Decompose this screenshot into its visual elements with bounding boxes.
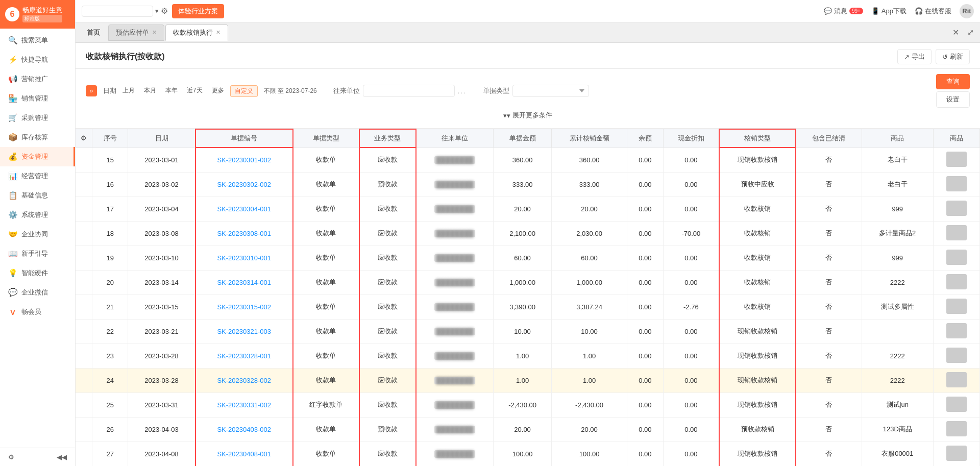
sidebar-item-operations[interactable]: 📊 经营管理 [0, 166, 75, 186]
sidebar-item-guide[interactable]: 📖 新手引导 [0, 244, 75, 263]
sidebar-item-enterprise[interactable]: 🤝 企业协同 [0, 225, 75, 244]
sidebar-item-label: 销售管理 [21, 94, 48, 103]
message-item[interactable]: 💬 消息 99+ [824, 7, 863, 16]
bill-no-link[interactable]: SK-20230314-001 [217, 279, 271, 286]
bill-no-link[interactable]: SK-20230315-002 [217, 303, 271, 311]
td-bill-no[interactable]: SK-20230314-001 [195, 270, 293, 295]
td-include-settled: 否 [796, 148, 862, 172]
sidebar-item-label: 搜索菜单 [21, 36, 48, 45]
th-settings[interactable]: ⚙ [76, 129, 92, 148]
bill-no-link[interactable]: SK-20230301-002 [217, 156, 271, 164]
date-7days[interactable]: 近7天 [184, 85, 206, 97]
bill-no-link[interactable]: SK-20230304-001 [217, 205, 271, 213]
filter-expand-button[interactable]: » [86, 85, 97, 96]
bill-no-link[interactable]: SK-20230328-002 [217, 377, 271, 384]
td-bill-no[interactable]: SK-20230321-003 [195, 319, 293, 344]
sidebar-item-system[interactable]: ⚙️ 系统管理 [0, 205, 75, 225]
td-balance: 0.00 [627, 246, 663, 270]
bill-no-link[interactable]: SK-20230302-002 [217, 181, 271, 188]
refresh-icon: ↺ [942, 53, 948, 61]
industry-solution-button[interactable]: 体验行业方案 [172, 4, 224, 18]
bill-no-link[interactable]: SK-20230408-001 [217, 450, 271, 458]
td-bill-no[interactable]: SK-20230308-001 [195, 221, 293, 246]
sidebar-menu: 🔍 搜索菜单 ⚡ 快捷导航 📢 营销推广 🏪 销售管理 🛒 采购管理 📦 库存核… [0, 29, 75, 448]
sidebar-item-marketing[interactable]: 📢 营销推广 [0, 69, 75, 89]
td-settings [76, 368, 92, 393]
sidebar-settings-icon[interactable]: ⚙ [8, 453, 14, 461]
tab-receipt-verify[interactable]: 收款核销执行 ✕ [165, 24, 228, 41]
bill-no-link[interactable]: SK-20230331-002 [217, 401, 271, 409]
bill-no-link[interactable]: SK-20230308-001 [217, 230, 271, 237]
refresh-button[interactable]: ↺ 刷新 [936, 49, 970, 64]
td-bill-no[interactable]: SK-20230302-002 [195, 172, 293, 197]
sidebar-item-sales[interactable]: 🏪 销售管理 [0, 89, 75, 108]
td-date: 2023-03-14 [128, 270, 195, 295]
tab-receipt-close[interactable]: ✕ [216, 29, 220, 36]
td-bill-no[interactable]: SK-20230328-002 [195, 368, 293, 393]
date-prev-month[interactable]: 上月 [119, 85, 138, 97]
message-icon: 💬 [824, 7, 832, 15]
date-more[interactable]: 更多 [209, 85, 227, 97]
tab-prepay[interactable]: 预估应付单 ✕ [108, 24, 164, 41]
td-settings [76, 246, 92, 270]
td-partner: ████████ [416, 148, 494, 172]
td-product: 999 [862, 246, 933, 270]
bill-no-link[interactable]: SK-20230403-002 [217, 426, 271, 433]
topbar-settings-icon[interactable]: ⚙ [161, 6, 168, 16]
filter-date: 日期 上月 本月 本年 近7天 更多 自定义 [103, 85, 258, 97]
td-seq: 17 [92, 197, 128, 221]
filter-setting-button[interactable]: 设置 [936, 91, 970, 108]
td-include-settled: 否 [796, 368, 862, 393]
sidebar-item-finance[interactable]: 💰 资金管理 [0, 147, 75, 166]
partner-dots[interactable]: ... [458, 87, 467, 95]
sidebar-item-quick-nav[interactable]: ⚡ 快捷导航 [0, 50, 75, 69]
sidebar-item-wechat[interactable]: 💬 企业微信 [0, 283, 75, 302]
td-product: 999 [862, 197, 933, 221]
td-settings [76, 295, 92, 319]
td-bill-no[interactable]: SK-20230328-001 [195, 344, 293, 368]
topbar-search-input[interactable] [82, 6, 153, 17]
export-button[interactable]: ↗ 导出 [897, 49, 932, 64]
td-bill-no[interactable]: SK-20230315-002 [195, 295, 293, 319]
sidebar-item-search[interactable]: 🔍 搜索菜单 [0, 31, 75, 50]
tab-prepay-close[interactable]: ✕ [152, 29, 157, 36]
td-bill-no[interactable]: SK-20230403-002 [195, 417, 293, 442]
td-bill-no[interactable]: SK-20230304-001 [195, 197, 293, 221]
td-bill-amount: 10.00 [494, 319, 552, 344]
td-cash-discount: 0.00 [663, 393, 719, 417]
window-close-button[interactable]: ✕ [950, 26, 961, 39]
column-settings-icon[interactable]: ⚙ [81, 134, 87, 142]
bill-type-select[interactable] [512, 85, 589, 97]
dropdown-arrow-icon[interactable]: ▾ [155, 7, 159, 15]
td-balance: 0.00 [627, 393, 663, 417]
sidebar-item-hardware[interactable]: 💡 智能硬件 [0, 263, 75, 283]
th-bill-type: 单据类型 [293, 129, 359, 148]
user-avatar[interactable]: Rit [960, 4, 974, 18]
query-button[interactable]: 查询 [936, 74, 970, 89]
online-service-item[interactable]: 🎧 在线客服 [915, 7, 951, 16]
data-table-container: ⚙ 序号 日期 单据编号 单据类型 业务类型 往来单位 单据金额 累计核销金额 … [76, 129, 980, 466]
bill-no-link[interactable]: SK-20230328-001 [217, 352, 271, 360]
sidebar-item-basic-info[interactable]: 📋 基础信息 [0, 186, 75, 205]
tab-home[interactable]: 首页 [80, 25, 107, 40]
bill-no-link[interactable]: SK-20230321-003 [217, 328, 271, 335]
sidebar-item-purchase[interactable]: 🛒 采购管理 [0, 108, 75, 128]
window-maximize-button[interactable]: ⤢ [965, 26, 976, 39]
th-date: 日期 [128, 129, 195, 148]
expand-more-bar[interactable]: ▾▾ 展开更多条件 [86, 108, 970, 123]
date-this-year[interactable]: 本年 [162, 85, 181, 97]
sidebar-item-member[interactable]: V 畅会员 [0, 302, 75, 322]
bill-no-link[interactable]: SK-20230310-001 [217, 254, 271, 262]
td-product: 2222 [862, 368, 933, 393]
td-bill-no[interactable]: SK-20230310-001 [195, 246, 293, 270]
td-bill-no[interactable]: SK-20230408-001 [195, 442, 293, 466]
sidebar-collapse-icon[interactable]: ◀◀ [57, 453, 67, 461]
app-download-item[interactable]: 📱 App下载 [871, 7, 906, 16]
date-this-month[interactable]: 本月 [141, 85, 159, 97]
partner-input[interactable] [363, 85, 455, 97]
sidebar-item-inventory[interactable]: 📦 库存核算 [0, 128, 75, 147]
td-bill-no[interactable]: SK-20230331-002 [195, 393, 293, 417]
date-custom[interactable]: 自定义 [230, 85, 258, 97]
filter-date-range-display: 不限 至 2023-07-26 [264, 87, 317, 95]
td-bill-no[interactable]: SK-20230301-002 [195, 148, 293, 172]
